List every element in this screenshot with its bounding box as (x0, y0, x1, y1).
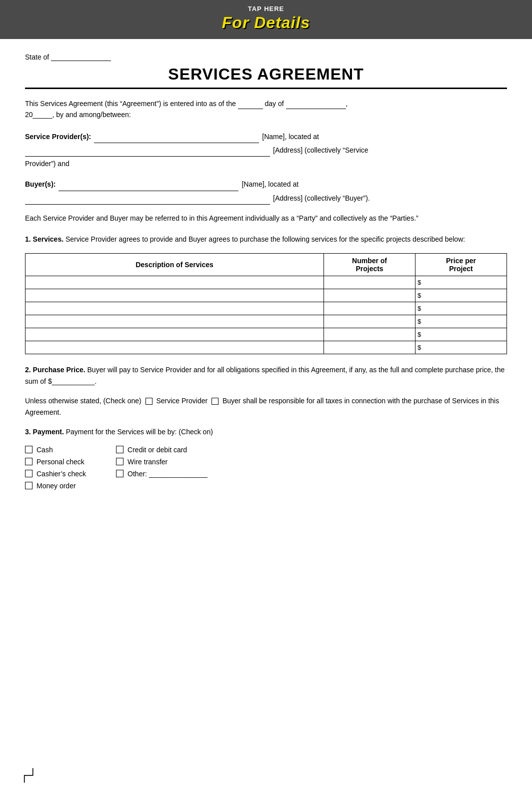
payment-option-col2-2: Other: _______________ (116, 470, 208, 478)
table-desc-cell-3[interactable] (26, 315, 324, 328)
dollar-sign: $ (418, 305, 421, 312)
section1-text: Service Provider agrees to provide and B… (66, 235, 465, 243)
buyer-line2: [Address] (collectively “Buyer”). (25, 192, 507, 205)
payment-checkbox-col2-1[interactable] (116, 458, 124, 465)
tax-option1: Service Provider (156, 397, 208, 405)
section3-body: Payment for the Services will be by: (Ch… (66, 428, 213, 436)
payment-label-col1-3: Money order (36, 482, 76, 490)
payment-checkbox-col1-1[interactable] (25, 458, 32, 465)
table-desc-cell-1[interactable] (26, 289, 324, 302)
table-row: $ (26, 315, 507, 328)
table-num-cell-3[interactable] (324, 315, 416, 328)
buyer-section: Buyer(s): [Name], located at [Address] (… (25, 178, 507, 204)
state-blank[interactable] (51, 61, 111, 61)
table-price-cell-5[interactable]: $ (416, 341, 507, 354)
service-provider-suffix1: [Name], located at (262, 131, 319, 143)
payment-option-col2-1: Wire transfer (116, 458, 208, 466)
footer-logo-container: ┌┘ (20, 769, 37, 781)
title-divider (25, 88, 507, 89)
buyer-label: Buyer(s): (25, 178, 56, 191)
buyer-suffix1: [Name], located at (242, 178, 298, 191)
table-price-cell-4[interactable]: $ (416, 328, 507, 341)
payment-label-col1-1: Personal check (36, 458, 84, 466)
buyer-address-blank[interactable] (25, 204, 270, 205)
payment-col-left: CashPersonal checkCashier’s checkMoney o… (25, 446, 86, 490)
table-price-cell-3[interactable]: $ (416, 315, 507, 328)
service-provider-suffix2: [Address] (collectively “Service (273, 144, 368, 157)
buyer-name-blank[interactable] (58, 191, 238, 191)
table-desc-cell-4[interactable] (26, 328, 324, 341)
table-price-cell-2[interactable]: $ (416, 302, 507, 315)
buyer-line1: Buyer(s): [Name], located at (25, 178, 507, 191)
checkbox-service-provider[interactable] (146, 398, 152, 405)
intro-line1: This Services Agreement (this “Agreement… (25, 100, 236, 108)
services-table: Description of Services Number of Projec… (25, 253, 507, 354)
service-provider-address-blank[interactable] (25, 156, 270, 157)
table-num-cell-4[interactable] (324, 328, 416, 341)
parties-paragraph: Each Service Provider and Buyer may be r… (25, 213, 507, 224)
table-desc-cell-5[interactable] (26, 341, 324, 354)
state-label: State of (25, 53, 49, 61)
service-provider-section: Service Provider(s): [Name], located at … (25, 131, 507, 171)
section3-text: 3. Payment. Payment for the Services wil… (25, 426, 507, 438)
payment-label-col2-0: Credit or debit card (128, 446, 187, 454)
header-banner[interactable]: TAP HERE For Details (0, 0, 532, 39)
section3-number: 3. (25, 428, 31, 436)
payment-col-right: Credit or debit cardWire transferOther: … (116, 446, 208, 490)
col-num-header: Number of Projects (324, 253, 416, 276)
payment-checkbox-col1-3[interactable] (25, 482, 32, 489)
table-price-cell-0[interactable]: $ (416, 276, 507, 289)
payment-label-col2-1: Wire transfer (128, 458, 168, 466)
dollar-sign: $ (418, 344, 421, 351)
col-price-header: Price per Project (416, 253, 507, 276)
table-row: $ (26, 289, 507, 302)
dollar-sign: $ (418, 331, 421, 338)
section2-heading: Purchase Price. (33, 366, 86, 374)
table-num-cell-5[interactable] (324, 341, 416, 354)
buyer-suffix2: [Address] (collectively “Buyer”). (273, 192, 370, 205)
payment-checkbox-col2-0[interactable] (116, 446, 124, 453)
state-line: State of (25, 53, 507, 61)
table-num-cell-0[interactable] (324, 276, 416, 289)
service-provider-label: Service Provider(s): (25, 131, 91, 143)
table-header-row: Description of Services Number of Projec… (26, 253, 507, 276)
intro-comma: , (346, 100, 348, 108)
for-details-text: For Details (0, 14, 532, 32)
section3-heading: Payment. (33, 428, 64, 436)
checkbox-buyer-tax[interactable] (212, 398, 218, 405)
payment-label-col1-2: Cashier’s check (36, 470, 86, 478)
table-row: $ (26, 341, 507, 354)
table-num-cell-2[interactable] (324, 302, 416, 315)
table-row: $ (26, 328, 507, 341)
document-title: SERVICES AGREEMENT (25, 65, 507, 84)
table-desc-cell-0[interactable] (26, 276, 324, 289)
section2-number: 2. (25, 366, 31, 374)
footer-logo: ┌┘ (20, 768, 37, 781)
service-provider-name-blank[interactable] (94, 143, 259, 143)
section1-number: 1. (25, 235, 31, 243)
intro-line2: 20_____, by and among/between: (25, 111, 131, 119)
payment-options: CashPersonal checkCashier’s checkMoney o… (25, 446, 507, 490)
section1-heading-word: Services. (33, 235, 64, 243)
date-blank[interactable] (286, 109, 346, 109)
day-of: day of (265, 100, 284, 108)
dollar-sign: $ (418, 279, 421, 286)
day-blank[interactable] (238, 109, 263, 109)
service-provider-line2: [Address] (collectively “Service (25, 144, 507, 157)
payment-checkbox-col2-2[interactable] (116, 470, 124, 477)
payment-label-col2-2: Other: _______________ (128, 470, 208, 478)
dollar-sign: $ (418, 318, 421, 325)
payment-checkbox-col1-2[interactable] (25, 470, 32, 477)
table-price-cell-1[interactable]: $ (416, 289, 507, 302)
service-provider-line1: Service Provider(s): [Name], located at (25, 131, 507, 143)
table-desc-cell-2[interactable] (26, 302, 324, 315)
payment-checkbox-col1-0[interactable] (25, 446, 32, 453)
tap-here-text: TAP HERE (0, 5, 532, 13)
section2-text: 2. Purchase Price. Buyer will pay to Ser… (25, 364, 507, 387)
section2-body: Buyer will pay to Service Provider and f… (25, 366, 504, 385)
table-num-cell-1[interactable] (324, 289, 416, 302)
payment-option-col2-0: Credit or debit card (116, 446, 208, 454)
section1-heading: 1. Services. Service Provider agrees to … (25, 234, 507, 245)
payment-option-col1-3: Money order (25, 482, 86, 490)
service-provider-suffix3: Provider”) and (25, 158, 507, 170)
